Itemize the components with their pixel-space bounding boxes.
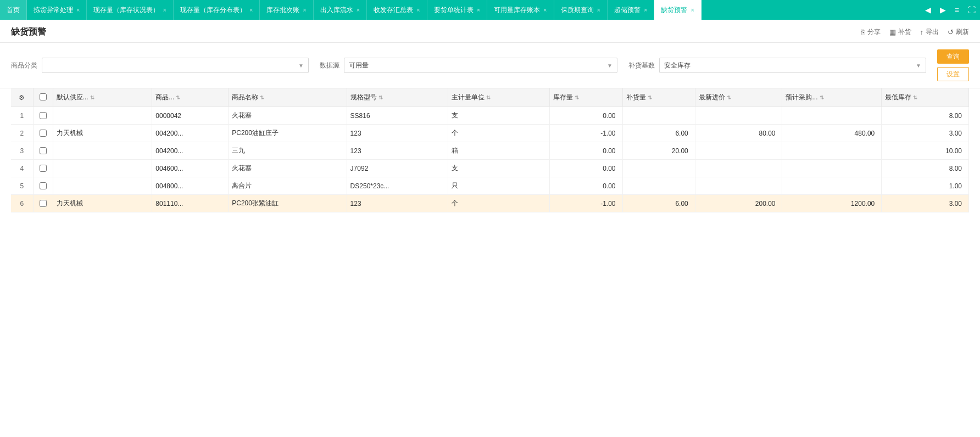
share-icon: ⎘ bbox=[861, 28, 865, 36]
row-replenish-qty: 6.00 bbox=[622, 125, 695, 142]
column-unit: 主计量单位 ⇅ bbox=[448, 88, 550, 107]
row-replenish-qty: 20.00 bbox=[622, 142, 695, 160]
column-spec: 规格型号 ⇅ bbox=[347, 88, 448, 107]
nav-tab-abnormal[interactable]: 拣货异常处理 × bbox=[27, 0, 87, 20]
row-supplier bbox=[53, 107, 152, 125]
product-code-sort[interactable]: 商品... ⇅ bbox=[155, 93, 225, 102]
nav-tab-in-out-flow[interactable]: 出入库流水 × bbox=[314, 0, 367, 20]
row-replenish-qty bbox=[622, 107, 695, 125]
row-number: 2 bbox=[11, 125, 33, 142]
settings-button[interactable]: 设置 bbox=[937, 67, 969, 81]
row-est-purchase bbox=[782, 160, 882, 177]
nav-tab-receive-summary[interactable]: 收发存汇总表 × bbox=[367, 0, 427, 20]
close-overstock[interactable]: × bbox=[644, 7, 647, 13]
row-min-stock: 10.00 bbox=[882, 142, 969, 160]
row-number: 6 bbox=[11, 195, 33, 212]
row-spec: SS816 bbox=[347, 107, 448, 125]
row-product-code: 801110... bbox=[152, 195, 229, 212]
row-checkbox[interactable] bbox=[40, 182, 47, 189]
supplier-sort[interactable]: 默认供应... ⇅ bbox=[57, 93, 149, 102]
row-number: 1 bbox=[11, 107, 33, 125]
column-est-purchase: 预计采购... ⇅ bbox=[782, 88, 882, 107]
category-select[interactable]: ▼ bbox=[42, 58, 309, 73]
close-order-stats[interactable]: × bbox=[477, 7, 480, 13]
nav-menu-button[interactable]: ≡ bbox=[950, 0, 964, 20]
row-checkbox[interactable] bbox=[40, 147, 47, 154]
category-label: 商品分类 bbox=[11, 61, 37, 70]
latest-price-sort[interactable]: 最新进价 ⇅ bbox=[699, 93, 779, 102]
nav-tab-expiry-query[interactable]: 保质期查询 × bbox=[554, 0, 608, 20]
row-checkbox[interactable] bbox=[40, 130, 47, 137]
export-button[interactable]: ↑ 导出 bbox=[920, 27, 939, 37]
row-unit: 个 bbox=[448, 125, 550, 142]
spec-sort[interactable]: 规格型号 ⇅ bbox=[350, 93, 445, 102]
product-name-sort[interactable]: 商品名称 ⇅ bbox=[232, 93, 343, 102]
min-stock-sort[interactable]: 最低库存 ⇅ bbox=[885, 93, 965, 102]
replenish-qty-sort[interactable]: 补货量 ⇅ bbox=[626, 93, 692, 102]
refresh-icon: ↺ bbox=[948, 28, 954, 36]
row-latest-price: 200.00 bbox=[695, 195, 782, 212]
column-stock: 库存量 ⇅ bbox=[550, 88, 622, 107]
nav-next-button[interactable]: ▶ bbox=[936, 0, 950, 20]
replenish-basis-select[interactable]: 安全库存 ▼ bbox=[659, 58, 926, 73]
close-expiry-query[interactable]: × bbox=[597, 7, 600, 13]
table-row: 4 004600... 火花塞 J7092 支 0.00 8.00 bbox=[11, 160, 969, 177]
row-supplier bbox=[53, 142, 152, 160]
replenish-basis-arrow-icon: ▼ bbox=[916, 63, 921, 69]
close-inventory-dist[interactable]: × bbox=[249, 7, 253, 13]
row-product-name: 火花塞 bbox=[229, 160, 347, 177]
row-product-name: 火花塞 bbox=[229, 107, 347, 125]
nav-tab-order-stats[interactable]: 要货单统计表 × bbox=[427, 0, 487, 20]
column-settings-icon[interactable]: ⚙ bbox=[11, 88, 33, 107]
table-row: 2 力天机械 004200... PC200油缸庄子 123 个 -1.00 6… bbox=[11, 125, 969, 142]
latest-price-sort-icon: ⇅ bbox=[727, 94, 731, 100]
close-inventory-status[interactable]: × bbox=[163, 7, 166, 13]
nav-tab-inventory-status[interactable]: 现存量（库存状况表） × bbox=[87, 0, 173, 20]
select-all-checkbox[interactable] bbox=[40, 93, 47, 100]
datasource-select[interactable]: 可用量 ▼ bbox=[344, 58, 617, 73]
nav-tab-batch-account[interactable]: 库存批次账 × bbox=[260, 0, 313, 20]
replenish-basis-value: 安全库存 bbox=[664, 61, 691, 70]
datasource-value: 可用量 bbox=[349, 61, 369, 70]
nav-tab-available-ledger[interactable]: 可用量库存账本 × bbox=[487, 0, 554, 20]
row-supplier: 力天机械 bbox=[53, 125, 152, 142]
page-title: 缺货预警 bbox=[11, 26, 46, 38]
row-min-stock: 3.00 bbox=[882, 125, 969, 142]
row-checkbox-cell bbox=[33, 142, 53, 160]
product-code-sort-icon: ⇅ bbox=[176, 94, 180, 100]
refresh-button[interactable]: ↺ 刷新 bbox=[948, 27, 969, 37]
query-button[interactable]: 查询 bbox=[937, 49, 969, 64]
close-abnormal[interactable]: × bbox=[76, 7, 80, 13]
column-product-code: 商品... ⇅ bbox=[152, 88, 229, 107]
est-purchase-sort[interactable]: 预计采购... ⇅ bbox=[786, 93, 878, 102]
row-product-name: 离合片 bbox=[229, 177, 347, 195]
column-product-name: 商品名称 ⇅ bbox=[229, 88, 347, 107]
row-latest-price bbox=[695, 107, 782, 125]
replenish-button[interactable]: ▦ 补货 bbox=[889, 27, 911, 37]
row-checkbox-cell bbox=[33, 107, 53, 125]
row-checkbox[interactable] bbox=[40, 200, 47, 207]
close-in-out-flow[interactable]: × bbox=[357, 7, 360, 13]
nav-tab-inventory-dist[interactable]: 现存量（库存分布表） × bbox=[174, 0, 260, 20]
nav-controls: ◀ ▶ ≡ ⛶ bbox=[921, 0, 980, 20]
stock-sort[interactable]: 库存量 ⇅ bbox=[553, 93, 619, 102]
close-receive-summary[interactable]: × bbox=[416, 7, 420, 13]
nav-prev-button[interactable]: ◀ bbox=[921, 0, 936, 20]
row-min-stock: 8.00 bbox=[882, 107, 969, 125]
nav-fullscreen-button[interactable]: ⛶ bbox=[964, 0, 980, 20]
nav-tab-home[interactable]: 首页 bbox=[0, 0, 27, 20]
row-checkbox[interactable] bbox=[40, 112, 47, 119]
close-batch-account[interactable]: × bbox=[303, 7, 306, 13]
close-available-ledger[interactable]: × bbox=[543, 7, 547, 13]
nav-tab-overstock[interactable]: 超储预警 × bbox=[608, 0, 654, 20]
unit-sort[interactable]: 主计量单位 ⇅ bbox=[452, 93, 546, 102]
close-shortage[interactable]: × bbox=[691, 7, 694, 13]
row-product-code: 004600... bbox=[152, 160, 229, 177]
row-spec: 123 bbox=[347, 195, 448, 212]
share-button[interactable]: ⎘ 分享 bbox=[861, 27, 881, 37]
table-row: 3 004200... 三九 123 箱 0.00 20.00 10.00 bbox=[11, 142, 969, 160]
row-checkbox[interactable] bbox=[40, 165, 47, 172]
table-row: 6 力天机械 801110... PC200张紧油缸 123 个 -1.00 6… bbox=[11, 195, 969, 212]
nav-tab-shortage[interactable]: 缺货预警 × bbox=[654, 0, 701, 20]
top-navigation: 首页 拣货异常处理 × 现存量（库存状况表） × 现存量（库存分布表） × 库存… bbox=[0, 0, 980, 20]
